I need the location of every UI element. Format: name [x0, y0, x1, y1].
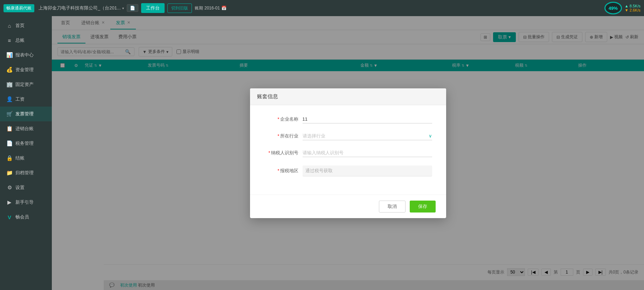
sidebar-item-label: 资金管理 [15, 67, 34, 73]
chevron-down-icon: ▾ [122, 6, 124, 10]
reports-icon: 📊 [6, 52, 13, 58]
sidebar-item-label: 税务管理 [15, 140, 34, 147]
document-icon-btn[interactable]: 📄 [127, 4, 138, 12]
modal-overlay: 账套信息 *企业名称 *所在行业 [52, 16, 644, 290]
sidebar-item-label: 设置 [15, 184, 25, 191]
tax-id-input[interactable] [303, 149, 432, 157]
top-bar: 畅康通易代账 上海卯金刀电子科技有限公司_（台201... ▾ 📄 工作台 切到… [0, 0, 644, 16]
speed-info: ▲ 8.5K/s ▼ 2.6K/s [625, 4, 640, 12]
sidebar: ⌂ 首页 ≡ 总账 📊 报表中心 💰 资金管理 🏢 固定资产 👤 工资 🛒 发票… [0, 16, 52, 290]
app-logo: 畅康通易代账 [4, 4, 34, 12]
archive-icon: 📁 [6, 170, 13, 176]
settings-icon: ⚙ [6, 184, 13, 191]
sidebar-item-label: 首页 [15, 22, 25, 29]
workbench-button[interactable]: 工作台 [141, 3, 165, 13]
company-name: 上海卯金刀电子科技有限公司_（台201... [39, 5, 121, 11]
home-icon: ⌂ [6, 23, 13, 29]
sidebar-item-salary[interactable]: 👤 工资 [0, 92, 52, 107]
tax-icon: 📄 [6, 140, 13, 147]
form-row-industry: *所在行业 请选择行业 ∨ [264, 132, 432, 140]
form-row-company: *企业名称 [264, 115, 432, 123]
dialog-footer: 取消 保存 [250, 195, 446, 218]
sidebar-item-label: 报表中心 [15, 52, 34, 58]
tax-region-label: *报税地区 [264, 168, 303, 174]
tax-id-label: *纳税人识别号 [264, 150, 303, 156]
purchase-icon: 📋 [6, 126, 13, 132]
sidebar-item-member[interactable]: V 畅会员 [0, 210, 52, 224]
save-button[interactable]: 保存 [410, 201, 436, 213]
close-accounts-icon: 🔒 [6, 155, 13, 161]
salary-icon: 👤 [6, 96, 13, 102]
sidebar-item-reports[interactable]: 📊 报表中心 [0, 48, 52, 62]
industry-select-wrap[interactable]: 请选择行业 ∨ [303, 132, 432, 140]
sidebar-item-purchase[interactable]: 📋 进销台账 [0, 121, 52, 136]
sidebar-item-label: 新手引导 [15, 199, 34, 205]
sidebar-item-tax[interactable]: 📄 税务管理 [0, 136, 52, 151]
company-name-input[interactable] [303, 115, 432, 123]
guide-icon: ▶ [6, 199, 13, 205]
company-name-label: *企业名称 [264, 116, 303, 122]
tax-region-display: 通过税号获取 [303, 166, 432, 176]
fund-icon: 💰 [6, 67, 13, 73]
period-display: 账期 2016-01 📅 [195, 5, 227, 11]
sidebar-item-label: 工资 [15, 96, 25, 102]
chevron-down-icon: ∨ [429, 133, 432, 139]
sidebar-item-fund[interactable]: 💰 资金管理 [0, 62, 52, 77]
sidebar-item-guide[interactable]: ▶ 新手引导 [0, 195, 52, 210]
ledger-icon: ≡ [6, 38, 13, 43]
sidebar-item-assets[interactable]: 🏢 固定资产 [0, 77, 52, 92]
sidebar-item-label: 总账 [15, 37, 25, 43]
industry-label: *所在行业 [264, 133, 303, 139]
sidebar-item-label: 发票管理 [15, 111, 34, 117]
sidebar-item-label: 畅会员 [15, 214, 29, 220]
sidebar-item-home[interactable]: ⌂ 首页 [0, 18, 52, 33]
main-content: 首页 进销台账 ✕ 发票 ✕ 销项发票 进项发票 费用小票 [52, 16, 644, 290]
sidebar-item-archive[interactable]: 📁 归档管理 [0, 166, 52, 180]
form-row-taxregion: *报税地区 通过税号获取 [264, 166, 432, 176]
industry-select[interactable]: 请选择行业 [303, 133, 429, 139]
assets-icon: 🏢 [6, 81, 13, 88]
sidebar-item-label: 固定资产 [15, 81, 34, 88]
sidebar-item-settings[interactable]: ⚙ 设置 [0, 180, 52, 195]
company-selector[interactable]: 上海卯金刀电子科技有限公司_（台201... ▾ [39, 5, 124, 11]
member-icon: V [6, 214, 13, 220]
sidebar-item-invoice[interactable]: 🛒 发票管理 [0, 107, 52, 121]
dialog-title: 账套信息 [250, 88, 446, 105]
sidebar-item-label: 进销台账 [15, 126, 34, 132]
account-info-dialog: 账套信息 *企业名称 *所在行业 [250, 88, 446, 218]
speed-indicator: 49% [604, 2, 622, 14]
cancel-button[interactable]: 取消 [379, 201, 406, 213]
form-row-taxid: *纳税人识别号 [264, 149, 432, 157]
calendar-icon[interactable]: 📅 [221, 6, 227, 11]
sidebar-item-ledger[interactable]: ≡ 总账 [0, 33, 52, 48]
switch-old-version-button[interactable]: 切到旧版 [167, 4, 192, 13]
invoice-icon: 🛒 [6, 111, 13, 117]
sidebar-item-label: 结账 [15, 155, 25, 161]
sidebar-item-close[interactable]: 🔒 结账 [0, 151, 52, 166]
sidebar-item-label: 归档管理 [15, 170, 34, 176]
dialog-body: *企业名称 *所在行业 请选择行业 ∨ [250, 105, 446, 195]
